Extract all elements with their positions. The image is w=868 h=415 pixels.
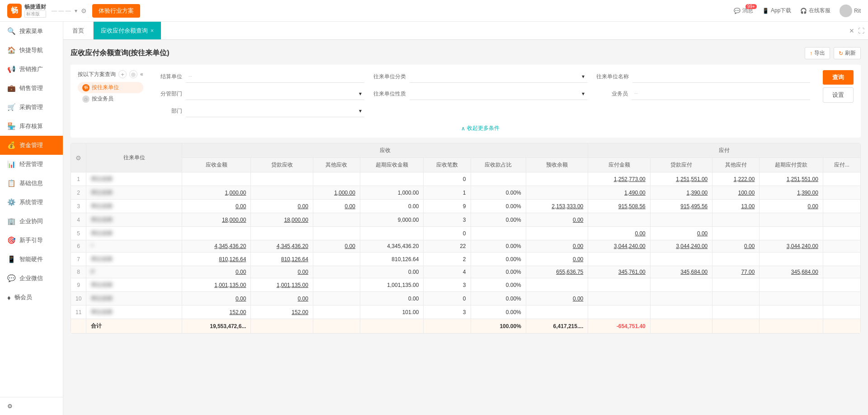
th-ap-other: 其他应付 <box>712 158 760 172</box>
table-cell[interactable]: 1,251,551.00 <box>650 172 712 186</box>
table-cell <box>650 292 712 305</box>
table-cell[interactable]: 18,000.00 <box>182 213 251 227</box>
table-cell[interactable]: 0.00 <box>650 227 712 240</box>
sidebar-item-system[interactable]: ⚙️ 系统管理 <box>0 193 63 212</box>
table-cell[interactable]: 152.00 <box>182 305 251 319</box>
footer-ap-overdue <box>760 319 823 334</box>
table-cell[interactable]: 1,252,773.00 <box>588 172 651 186</box>
tab-ctrl-expand[interactable]: ⛶ <box>858 27 864 34</box>
table-cell[interactable]: 345,684.00 <box>650 266 712 278</box>
settlement-unit-input[interactable]: ··· <box>186 70 364 83</box>
sidebar-item-purchase[interactable]: 🛒 采购管理 <box>0 98 63 117</box>
table-cell[interactable]: 1,001,135.00 <box>251 278 313 292</box>
unit-category-input[interactable]: ▾ <box>410 70 587 83</box>
sidebar-item-member[interactable]: ♦ 畅会员 <box>0 288 63 307</box>
table-cell[interactable]: 1,490.00 <box>588 186 651 200</box>
table-cell[interactable]: 77.00 <box>712 266 760 278</box>
table-cell[interactable]: 1,251,551.00 <box>760 172 823 186</box>
table-cell[interactable]: 915,495.56 <box>650 200 712 213</box>
sidebar-item-inventory[interactable]: 🏪 库存核算 <box>0 117 63 136</box>
tab-home[interactable]: 首页 <box>63 22 94 39</box>
table-settings-icon[interactable]: ⚙ <box>75 154 81 162</box>
table-cell[interactable]: 345,684.00 <box>760 266 823 278</box>
breadcrumb-dropdown[interactable]: ▾ <box>75 8 77 14</box>
sidebar-footer-settings[interactable]: ⚙ <box>0 397 63 415</box>
department-input[interactable]: ▾ <box>186 105 364 117</box>
table-cell[interactable]: 0.00 <box>526 292 588 305</box>
table-cell[interactable]: 152.00 <box>251 305 313 319</box>
sidebar-item-operations[interactable]: 📊 经营管理 <box>0 155 63 174</box>
table-cell[interactable]: 810,126.64 <box>182 253 251 266</box>
table-cell[interactable]: 3,044,240.00 <box>650 240 712 253</box>
service-area[interactable]: 🎧 在线客服 <box>800 7 830 14</box>
table-cell[interactable]: 3,044,240.00 <box>760 240 823 253</box>
table-cell[interactable]: 0.00 <box>251 266 313 278</box>
table-cell[interactable]: 0.00 <box>760 200 823 213</box>
tab-close-icon[interactable]: × <box>151 28 154 34</box>
sidebar-item-marketing[interactable]: 📢 营销推广 <box>0 60 63 79</box>
table-cell[interactable]: 915,508.56 <box>588 200 651 213</box>
salesman-input[interactable]: ··· <box>632 87 810 100</box>
sidebar-item-enterprise[interactable]: 🏢 企业协同 <box>0 212 63 231</box>
table-cell[interactable]: 0.00 <box>526 253 588 266</box>
table-cell[interactable]: 2,153,333.00 <box>526 200 588 213</box>
table-cell[interactable]: 1,222.00 <box>712 172 760 186</box>
table-cell[interactable]: 0.00 <box>251 292 313 305</box>
scheme-by-unit[interactable]: 畅 按往来单位 <box>78 82 143 93</box>
table-cell[interactable]: 810,126.64 <box>251 253 313 266</box>
table-cell[interactable]: 0.00 <box>526 213 588 227</box>
tab-ar-balance[interactable]: 应收应付余额查询 × <box>94 22 161 39</box>
table-cell[interactable]: 4,345,436.20 <box>251 240 313 253</box>
unit-nature-input[interactable]: ▾ <box>410 87 587 100</box>
table-cell[interactable]: 1,001,135.00 <box>182 278 251 292</box>
table-cell[interactable]: 0.00 <box>712 240 760 253</box>
add-scheme-icon[interactable]: + <box>118 70 127 78</box>
sidebar-item-smart-hw[interactable]: 📱 智能硬件 <box>0 250 63 269</box>
promo-button[interactable]: 体验行业方案 <box>92 4 140 18</box>
footer-ar-amount[interactable]: 19,553,472,6... <box>182 319 251 334</box>
table-cell[interactable]: 4,345,436.20 <box>182 240 251 253</box>
table-wrap[interactable]: ⚙ 往来单位 应收 应付 应收金额 贷款应收 其他应收 超期应收金额 <box>71 143 861 334</box>
settings-icon[interactable]: ⚙ <box>81 7 87 14</box>
sidebar-item-search-menu[interactable]: 🔍 搜索菜单 <box>0 22 63 41</box>
table-cell[interactable]: 0.00 <box>313 200 360 213</box>
division-input[interactable]: ▾ <box>186 87 364 100</box>
tab-ctrl-close[interactable]: ✕ <box>849 27 854 34</box>
table-cell[interactable]: 1,390.00 <box>760 186 823 200</box>
edit-scheme-icon[interactable]: ◎ <box>129 70 137 78</box>
sidebar-item-wechat[interactable]: 💬 企业微信 <box>0 269 63 288</box>
table-cell[interactable]: 0.00 <box>251 200 313 213</box>
table-cell[interactable]: 0.00 <box>182 200 251 213</box>
table-cell[interactable]: 1,000.00 <box>182 186 251 200</box>
table-cell[interactable]: 13.00 <box>712 200 760 213</box>
table-cell[interactable]: 0.00 <box>182 292 251 305</box>
sidebar-item-sales[interactable]: 💼 销售管理 <box>0 79 63 98</box>
table-cell[interactable]: 0.00 <box>526 240 588 253</box>
query-button[interactable]: 查询 <box>823 70 854 85</box>
app-download-area[interactable]: 📱 App下载 <box>762 7 791 14</box>
user-area[interactable]: Rit <box>840 5 861 17</box>
collapse-bar[interactable]: ∧ 收起更多条件 <box>151 122 810 132</box>
unit-name-input[interactable] <box>632 70 810 83</box>
table-cell[interactable]: 1,000.00 <box>313 186 360 200</box>
capital-icon: 💰 <box>7 141 16 149</box>
refresh-button[interactable]: ↻ 刷新 <box>834 47 861 59</box>
table-cell[interactable]: 3,044,240.00 <box>588 240 651 253</box>
table-cell[interactable]: 18,000.00 <box>251 213 313 227</box>
table-cell[interactable]: 0.00 <box>313 240 360 253</box>
filter-setting-button[interactable]: 设置 <box>823 87 854 103</box>
table-cell[interactable]: 1,390.00 <box>650 186 712 200</box>
table-cell[interactable]: 0.00 <box>182 266 251 278</box>
sidebar-item-basic-info[interactable]: 📋 基础信息 <box>0 174 63 193</box>
sidebar-item-capital[interactable]: 💰 资金管理 <box>0 136 63 155</box>
message-area[interactable]: 💬 消息 99+ <box>734 7 753 14</box>
collapse-scheme-icon[interactable]: « <box>140 71 143 77</box>
table-cell[interactable]: 100.00 <box>712 186 760 200</box>
table-cell[interactable]: 0.00 <box>588 227 651 240</box>
scheme-by-salesman[interactable]: ◷ 按业务员 <box>78 93 143 105</box>
table-cell[interactable]: 655,636.75 <box>526 266 588 278</box>
sidebar-item-guide[interactable]: 🎯 新手引导 <box>0 231 63 250</box>
sidebar-item-quick-nav[interactable]: 🏠 快捷导航 <box>0 41 63 60</box>
export-button[interactable]: ↑ 导出 <box>805 47 830 59</box>
table-cell[interactable]: 345,761.00 <box>588 266 651 278</box>
